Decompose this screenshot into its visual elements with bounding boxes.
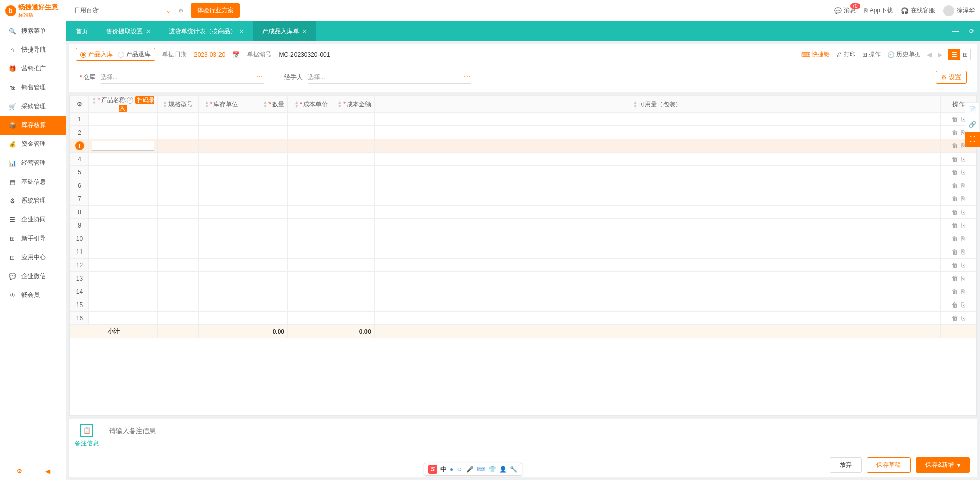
cell-spec[interactable] — [158, 126, 199, 139]
cell-price[interactable] — [288, 153, 331, 166]
cell-unit[interactable] — [199, 245, 244, 259]
cell-price[interactable] — [288, 272, 331, 285]
cell-unit[interactable] — [199, 206, 244, 219]
copy-icon[interactable]: ⎘ — [961, 129, 965, 136]
tab-2[interactable]: 进货单统计表（按商品）✕ — [160, 21, 253, 41]
delete-icon[interactable]: 🗑 — [952, 195, 958, 203]
view-grid-button[interactable]: ⊞ — [960, 49, 971, 60]
cell-available[interactable] — [375, 139, 941, 153]
cell-available[interactable] — [375, 206, 941, 219]
cell-amount[interactable] — [331, 245, 375, 259]
col-unit[interactable]: ▲▼*库存单位 — [199, 96, 244, 113]
tab-3[interactable]: 产成品入库单✕ — [253, 21, 316, 41]
operate-button[interactable]: ⊞操作 — [862, 50, 881, 59]
next-icon[interactable]: ▶ — [938, 51, 942, 58]
table-row[interactable]: 10🗑⎘ — [70, 232, 976, 245]
sidebar-item-9[interactable]: ⚙系统管理 — [0, 191, 66, 210]
cell-product[interactable] — [89, 126, 158, 139]
discard-button[interactable]: 放弃 — [830, 457, 862, 473]
col-price[interactable]: ▲▼*成本单价 — [288, 96, 331, 113]
delete-icon[interactable]: 🗑 — [952, 275, 958, 282]
table-row[interactable]: 7🗑⎘ — [70, 192, 976, 206]
sidebar-item-7[interactable]: 📊经营管理 — [0, 154, 66, 172]
user-menu[interactable]: 徐泽华 — [943, 5, 975, 16]
cell-spec[interactable] — [158, 298, 199, 312]
cell-price[interactable] — [288, 285, 331, 298]
cell-amount[interactable] — [331, 206, 375, 219]
cell-unit[interactable] — [199, 219, 244, 232]
trial-solution-button[interactable]: 体验行业方案 — [191, 3, 240, 18]
cell-qty[interactable] — [244, 298, 288, 312]
delete-icon[interactable]: 🗑 — [952, 142, 958, 149]
copy-icon[interactable]: ⎘ — [961, 156, 965, 163]
close-icon[interactable]: ✕ — [302, 28, 307, 35]
copy-icon[interactable]: ⎘ — [961, 248, 965, 256]
cell-qty[interactable] — [244, 206, 288, 219]
cell-product[interactable] — [89, 285, 158, 298]
delete-icon[interactable]: 🗑 — [952, 301, 958, 309]
cell-product[interactable] — [89, 166, 158, 179]
cell-product[interactable] — [89, 259, 158, 272]
cell-available[interactable] — [375, 113, 941, 126]
cell-amount[interactable] — [331, 139, 375, 153]
copy-icon[interactable]: ⎘ — [961, 275, 965, 282]
copy-icon[interactable]: ⎘ — [961, 182, 965, 189]
tab-0[interactable]: 首页 — [66, 21, 97, 41]
radio-stock-in[interactable]: 产品入库 — [80, 50, 113, 59]
cell-amount[interactable] — [331, 153, 375, 166]
cell-spec[interactable] — [158, 272, 199, 285]
cell-unit[interactable] — [199, 153, 244, 166]
online-service-button[interactable]: 🎧 在线客服 — [901, 6, 935, 15]
cell-unit[interactable] — [199, 285, 244, 298]
remark-input[interactable] — [106, 424, 972, 438]
cell-unit[interactable] — [199, 113, 244, 126]
delete-icon[interactable]: 🗑 — [952, 182, 958, 189]
product-input[interactable] — [92, 141, 154, 151]
cell-price[interactable] — [288, 192, 331, 206]
cell-price[interactable] — [288, 126, 331, 139]
cell-spec[interactable] — [158, 113, 199, 126]
sidebar-item-13[interactable]: 💬企业微信 — [0, 267, 66, 286]
copy-icon[interactable]: ⎘ — [961, 195, 965, 203]
app-download-button[interactable]: ⎘ App下载 — [864, 6, 893, 15]
cell-spec[interactable] — [158, 219, 199, 232]
cell-product[interactable] — [89, 139, 158, 153]
add-row-button[interactable]: + — [75, 141, 84, 150]
table-row[interactable]: 1🗑⎘ — [70, 113, 976, 126]
cell-unit[interactable] — [199, 272, 244, 285]
cell-amount[interactable] — [331, 192, 375, 206]
cell-qty[interactable] — [244, 113, 288, 126]
table-row[interactable]: 2🗑⎘ — [70, 126, 976, 139]
handler-select[interactable]: 选择...⋯ — [308, 71, 471, 84]
copy-icon[interactable]: ⎘ — [961, 116, 965, 123]
tab-refresh-button[interactable]: ⟳ — [964, 28, 980, 35]
cell-qty[interactable] — [244, 232, 288, 245]
copy-icon[interactable]: ⎘ — [961, 315, 965, 322]
delete-icon[interactable]: 🗑 — [952, 116, 958, 123]
cell-unit[interactable] — [199, 259, 244, 272]
cell-available[interactable] — [375, 166, 941, 179]
save-draft-button[interactable]: 保存草稿 — [867, 457, 911, 473]
sidebar-item-3[interactable]: 🛍销售管理 — [0, 78, 66, 97]
delete-icon[interactable]: 🗑 — [952, 156, 958, 163]
cell-product[interactable] — [89, 179, 158, 192]
sidebar-item-5[interactable]: 📦库存核算 — [0, 116, 66, 135]
cell-qty[interactable] — [244, 272, 288, 285]
delete-icon[interactable]: 🗑 — [952, 288, 958, 295]
delete-icon[interactable]: 🗑 — [952, 235, 958, 242]
float-note-button[interactable]: 📄 — [965, 102, 980, 117]
messages-button[interactable]: 💬 消息 70 — [834, 6, 856, 15]
cell-unit[interactable] — [199, 139, 244, 153]
cell-spec[interactable] — [158, 312, 199, 325]
col-amount[interactable]: ▲▼*成本金额 — [331, 96, 375, 113]
cell-available[interactable] — [375, 285, 941, 298]
cell-unit[interactable] — [199, 232, 244, 245]
prev-icon[interactable]: ◀ — [927, 51, 932, 58]
sidebar-item-0[interactable]: 🔍搜索菜单 — [0, 21, 66, 40]
cell-qty[interactable] — [244, 166, 288, 179]
table-row[interactable]: 8🗑⎘ — [70, 206, 976, 219]
cell-unit[interactable] — [199, 166, 244, 179]
industry-select[interactable]: 日用百货 ⌄ — [74, 6, 171, 15]
cell-spec[interactable] — [158, 232, 199, 245]
collapse-icon[interactable]: ◀ — [45, 468, 50, 475]
